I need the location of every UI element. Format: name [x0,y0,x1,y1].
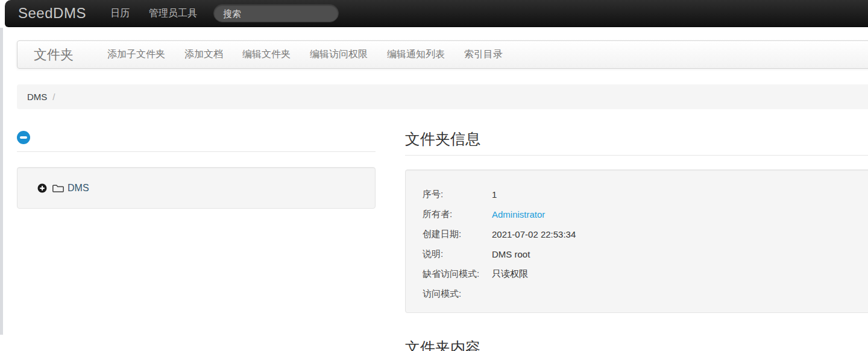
info-label-access-mode: 访问模式: [423,284,492,304]
plus-circle-icon[interactable] [37,183,47,193]
table-row: 访问模式: [423,284,576,304]
breadcrumb-divider: / [52,92,55,102]
folder-content-title: 文件夹内容 [405,335,868,351]
toolbar-link-edit-folder[interactable]: 编辑文件夹 [242,49,291,59]
collapse-tree-icon[interactable] [17,131,30,144]
tree-root-label[interactable]: DMS [68,183,89,194]
folder-tree-well: DMS [17,167,376,209]
tree-header [17,127,376,152]
search-input[interactable] [213,4,339,22]
toolbar-link-add-document[interactable]: 添加文档 [184,49,223,59]
info-label-created: 创建日期: [423,224,492,244]
breadcrumb: DMS / [17,84,868,109]
info-value-default-access: 只读权限 [492,264,576,284]
navbar-search-form [213,4,339,22]
folder-icon [52,183,64,193]
info-value-comment: DMS root [492,244,576,264]
folder-info-panel: 文件夹信息 序号: 1 所有者: Administrator 创建日期 [405,127,868,351]
owner-link[interactable]: Administrator [492,209,545,220]
folder-toolbar: 文件夹 添加子文件夹 添加文档 编辑文件夹 编辑访问权限 编辑通知列表 索引目录 [17,40,868,69]
tree-root-item: DMS [37,183,89,194]
window-edge-strip [0,28,3,335]
table-row: 创建日期: 2021-07-02 22:53:34 [423,224,576,244]
info-label-comment: 说明: [423,244,492,264]
folder-tree-panel: DMS [17,127,376,209]
toolbar-link-edit-notify[interactable]: 编辑通知列表 [387,49,445,59]
toolbar-link-index-folder[interactable]: 索引目录 [464,49,503,59]
toolbar-links: 添加子文件夹 添加文档 编辑文件夹 编辑访问权限 编辑通知列表 索引目录 [98,48,512,61]
info-value-owner: Administrator [492,204,576,224]
nav-item-admin-tools: 管理员工具 [139,7,207,20]
navbar-links: 日历 管理员工具 [101,7,207,20]
top-navbar: SeedDMS 日历 管理员工具 [5,0,868,27]
table-row: 说明: DMS root [423,244,576,264]
folder-info-title: 文件夹信息 [405,127,868,156]
info-label-id: 序号: [423,185,492,204]
info-value-created: 2021-07-02 22:53:34 [492,224,576,244]
seeddms-page: SeedDMS 日历 管理员工具 文件夹 添加子文件夹 添加文档 编辑文件夹 编… [0,0,868,351]
nav-item-calendar: 日历 [101,7,139,20]
table-row: 缺省访问模式: 只读权限 [423,264,576,284]
info-value-id: 1 [492,185,576,204]
breadcrumb-item-dms[interactable]: DMS [27,92,47,102]
nav-link-admin-tools[interactable]: 管理员工具 [149,8,197,18]
toolbar-link-edit-access[interactable]: 编辑访问权限 [310,49,368,59]
table-row: 所有者: Administrator [423,204,576,224]
app-brand[interactable]: SeedDMS [18,5,86,22]
toolbar-link-add-subfolder[interactable]: 添加子文件夹 [107,49,165,59]
info-label-owner: 所有者: [423,204,492,224]
info-label-default-access: 缺省访问模式: [423,264,492,284]
folder-info-table: 序号: 1 所有者: Administrator 创建日期: 2021-07-0… [423,185,576,304]
folder-info-well: 序号: 1 所有者: Administrator 创建日期: 2021-07-0… [405,169,868,313]
toolbar-brand-folder[interactable]: 文件夹 [17,46,86,64]
nav-link-calendar[interactable]: 日历 [110,8,130,18]
info-value-access-mode [492,284,576,304]
table-row: 序号: 1 [423,185,576,204]
